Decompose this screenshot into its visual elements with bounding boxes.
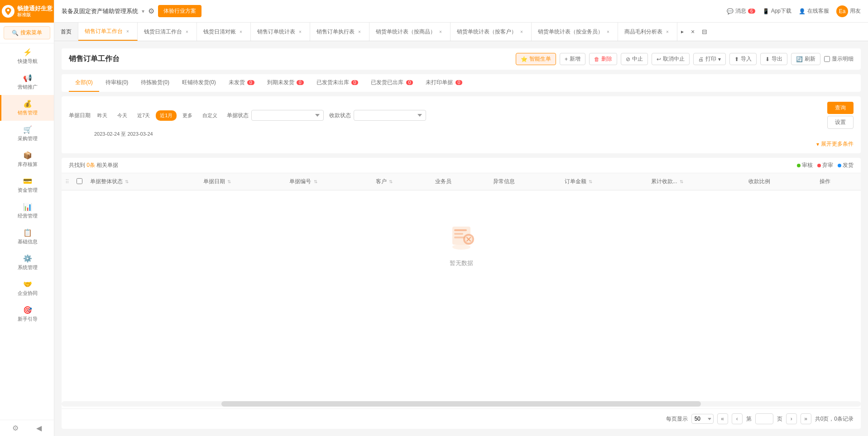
user-profile-button[interactable]: Ea 用友 <box>836 5 861 17</box>
status-select[interactable] <box>251 110 324 121</box>
close-tab-sales-exec[interactable]: × <box>356 28 363 35</box>
sort-date-icon[interactable]: ⇅ <box>227 179 231 184</box>
tab-cash-reconcile[interactable]: 钱货日清对账 × <box>197 23 251 41</box>
date-1month[interactable]: 近1月 <box>156 110 177 121</box>
settings-button[interactable]: 设置 <box>827 116 854 129</box>
query-button[interactable]: 查询 <box>827 102 854 114</box>
th-customer: 客户 ⇅ <box>372 173 432 190</box>
filter-tab-overdue[interactable]: 到期未发货 0 <box>261 74 310 92</box>
sidebar-item-cooperation[interactable]: 🤝 企业协同 <box>0 275 54 301</box>
ai-generate-button[interactable]: ⭐ 智能生单 <box>516 53 556 65</box>
tab-sale-stat-staff[interactable]: 销货单统计表（按业务员） × <box>532 23 618 41</box>
settings-footer-button[interactable]: ⚙ <box>12 424 19 432</box>
topbar-gear-icon[interactable]: ⚙ <box>148 7 154 15</box>
tab-sale-stat-customer[interactable]: 销货单统计表（按客户） × <box>451 23 532 41</box>
print-dropdown-icon: ▾ <box>718 56 721 62</box>
show-detail-input[interactable] <box>824 56 830 62</box>
topbar: 装备及固定资产辅助管理系统 ▾ ⚙ 体验行业方案 💬 消息 6 📱 App下载 … <box>54 0 868 23</box>
tab-sales-stat[interactable]: 销售订单统计表 × <box>251 23 310 41</box>
close-all-tabs-button[interactable]: × <box>687 23 698 41</box>
refresh-button[interactable]: 🔄 刷新 <box>791 53 820 65</box>
sidebar-item-operations[interactable]: 📊 经营管理 <box>0 198 54 224</box>
sort-collected-icon[interactable]: ⇅ <box>680 179 683 184</box>
stop-button[interactable]: ⊘ 中止 <box>621 53 648 65</box>
quick-nav-icon: ⚡ <box>23 48 32 57</box>
export-button[interactable]: ⬇ 导出 <box>760 53 787 65</box>
page-number-input[interactable]: 1 <box>755 413 773 424</box>
filter-tab-shipped-not-out[interactable]: 已发货未出库 0 <box>310 74 365 92</box>
filter-tab-all[interactable]: 全部(0) <box>69 74 99 92</box>
filter-tab-pending-review[interactable]: 待审核(0) <box>99 74 135 92</box>
sidebar-item-purchase[interactable]: 🛒 采购管理 <box>0 121 54 147</box>
date-custom[interactable]: 自定义 <box>198 110 221 121</box>
sort-amount-icon[interactable]: ⇅ <box>589 179 592 184</box>
cancel-stop-button[interactable]: ↩ 取消中止 <box>652 53 690 65</box>
date-more[interactable]: 更多 <box>178 110 197 121</box>
industry-solution-button[interactable]: 体验行业方案 <box>158 5 201 17</box>
filter-tab-shipped-out[interactable]: 已发货已出库 0 <box>364 74 419 92</box>
horizontal-scrollbar[interactable] <box>62 401 861 407</box>
close-tab-product-margin[interactable]: × <box>664 28 671 35</box>
th-amount: 订单金额 ⇅ <box>561 173 647 190</box>
delete-button[interactable]: 🗑 删除 <box>589 53 617 65</box>
tab-cash-daily[interactable]: 钱货日清工作台 × <box>138 23 197 41</box>
close-tab-sale-stat-customer[interactable]: × <box>518 28 525 35</box>
sidebar-nav: ⚡ 快捷导航 📢 营销推广 💰 销售管理 🛒 采购管理 📦 库存核算 💳 资金管… <box>0 43 54 420</box>
print-button[interactable]: 🖨 打印 ▾ <box>693 53 726 65</box>
sidebar-item-system[interactable]: ⚙️ 系统管理 <box>0 250 54 275</box>
close-tab-sales-stat[interactable]: × <box>297 28 303 35</box>
tab-home[interactable]: 首页 <box>54 23 78 41</box>
tab-sale-stat-product[interactable]: 销货单统计表（按商品） × <box>369 23 451 41</box>
cancel-review-action-button[interactable]: 弃审 <box>817 161 833 169</box>
tab-nav-more-button[interactable]: ▸ <box>677 23 687 41</box>
next-page-button[interactable]: › <box>786 413 797 424</box>
search-menu-button[interactable]: 🔍 搜索菜单 <box>4 26 50 39</box>
sidebar-item-sales[interactable]: 💰 销售管理 <box>0 95 54 121</box>
sidebar-item-finance[interactable]: 💳 资金管理 <box>0 172 54 198</box>
scroll-thumb[interactable] <box>221 401 701 407</box>
add-button[interactable]: + 新增 <box>560 53 585 65</box>
first-page-button[interactable]: « <box>717 413 728 424</box>
show-detail-checkbox[interactable]: 显示明细 <box>824 55 854 63</box>
app-download-button[interactable]: 📱 App下载 <box>762 7 791 15</box>
sidebar-item-quick-nav[interactable]: ⚡ 快捷导航 <box>0 43 54 69</box>
collapse-sidebar-button[interactable]: ◀ <box>36 424 42 432</box>
select-all-checkbox[interactable] <box>77 178 82 184</box>
date-today[interactable]: 今天 <box>113 110 131 121</box>
tab-sales-exec[interactable]: 销售订单执行表 × <box>310 23 369 41</box>
filter-tab-not-printed[interactable]: 未打印单据 0 <box>419 74 469 92</box>
payment-select[interactable] <box>354 110 426 121</box>
close-tab-sale-stat-staff[interactable]: × <box>605 28 611 35</box>
page-size-label: 每页显示 <box>666 415 688 423</box>
message-button[interactable]: 💬 消息 6 <box>727 7 755 15</box>
import-button[interactable]: ⬆ 导入 <box>729 53 757 65</box>
minimize-tabs-button[interactable]: ⊟ <box>698 23 711 41</box>
expand-conditions-button[interactable]: ▾ 展开更多条件 <box>816 140 854 148</box>
filter-tab-not-shipped[interactable]: 未发货 0 <box>222 74 261 92</box>
online-service-button[interactable]: 👤 在线客服 <box>799 7 829 15</box>
filter-tab-pending-inspect[interactable]: 待拣验货(0) <box>134 74 176 92</box>
close-tab-sale-stat-product[interactable]: × <box>437 28 444 35</box>
review-action-button[interactable]: 审核 <box>797 161 813 169</box>
last-page-button[interactable]: » <box>801 413 811 424</box>
prev-page-button[interactable]: ‹ <box>732 413 743 424</box>
tab-sales-order[interactable]: 销售订单工作台 × <box>78 23 138 41</box>
sort-status-icon[interactable]: ⇅ <box>125 179 129 184</box>
sort-number-icon[interactable]: ⇅ <box>314 179 317 184</box>
close-tab-cash-reconcile[interactable]: × <box>238 28 244 35</box>
date-7days[interactable]: 近7天 <box>133 110 154 121</box>
close-tab-cash-daily[interactable]: × <box>184 28 190 35</box>
filter-tab-wangpu-pending[interactable]: 旺铺待发货(0) <box>176 74 222 92</box>
filter-actions: 查询 设置 <box>827 102 854 129</box>
sidebar-item-marketing[interactable]: 📢 营销推广 <box>0 69 54 95</box>
sidebar-item-guide[interactable]: 🎯 新手引导 <box>0 301 54 327</box>
date-yesterday[interactable]: 昨天 <box>93 110 111 121</box>
import-icon: ⬆ <box>734 56 739 62</box>
sidebar-item-basic-info[interactable]: 📋 基础信息 <box>0 224 54 250</box>
sidebar-item-inventory[interactable]: 📦 库存核算 <box>0 147 54 172</box>
sort-customer-icon[interactable]: ⇅ <box>389 179 393 184</box>
tab-product-margin[interactable]: 商品毛利分析表 × <box>618 23 677 41</box>
close-tab-sales-order[interactable]: × <box>125 28 131 34</box>
ship-action-button[interactable]: 发货 <box>838 161 854 169</box>
page-size-select[interactable]: 50 10 20 100 <box>691 414 714 424</box>
